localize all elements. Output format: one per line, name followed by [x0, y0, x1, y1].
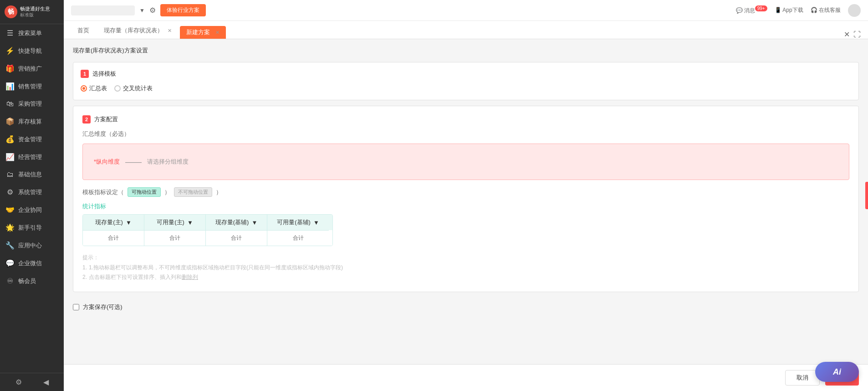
section1-header: 1 选择模板	[81, 70, 851, 78]
sidebar-item-label: 搜索菜单	[18, 29, 42, 37]
management-icon: 📈	[5, 153, 15, 161]
tab-close-inventory[interactable]: ✕	[168, 28, 172, 33]
sidebar-item-marketing[interactable]: 🎁 营销推广	[0, 60, 64, 77]
sidebar-item-member[interactable]: ♾ 畅会员	[0, 272, 64, 290]
tab-close-new[interactable]: ✕	[215, 30, 220, 36]
message-icon[interactable]: 💬 消息 99+	[736, 6, 767, 15]
sidebar-item-app-center[interactable]: 🔧 应用中心	[0, 237, 64, 254]
tab-close-window-icon[interactable]: ✕	[844, 30, 850, 39]
sidebar-item-sales[interactable]: 📊 销售管理	[0, 77, 64, 95]
sidebar-item-label: 企业协同	[18, 206, 42, 214]
template-settings-label: 模板指标设定（ 可拖动位置 ） 不可拖动位置 ）	[82, 187, 849, 197]
stats-col-4-header[interactable]: 可用量(基辅) ▼	[267, 215, 329, 230]
sidebar-item-guide[interactable]: 🌟 新手引导	[0, 219, 64, 237]
trial-industry-button[interactable]: 体验行业方案	[160, 4, 206, 16]
tips-label: 提示：	[82, 253, 849, 263]
sidebar-item-label: 库存核算	[18, 118, 42, 126]
save-label: 方案保存(可选)	[83, 303, 123, 311]
col3-dropdown-icon[interactable]: ▼	[251, 219, 257, 226]
footer-bar: 取消 查询	[64, 364, 868, 391]
sidebar-item-shortcut[interactable]: ⚡ 快捷导航	[0, 42, 64, 60]
ai-float-button[interactable]: Ai	[815, 362, 859, 382]
stats-header-row: 现存量(主) ▼ 可用量(主) ▼ 现存量(基辅) ▼ 可用量(基辅)	[83, 215, 332, 230]
radio-dot-summary	[81, 85, 87, 92]
sidebar-item-label: 新手引导	[18, 224, 42, 232]
tag-draggable: 可拖动位置	[128, 187, 161, 197]
tabbar: 首页 现存量（库存状况表） ✕ 新建方案 ✕ ✕ ⛶	[64, 21, 868, 39]
sidebar-item-inventory[interactable]: 📦 库存核算	[0, 113, 64, 130]
stats-col-3-header[interactable]: 现存量(基辅) ▼	[206, 215, 267, 230]
inventory-icon: 📦	[5, 117, 15, 126]
template-settings: 模板指标设定（ 可拖动位置 ） 不可拖动位置 ）	[82, 187, 849, 197]
sidebar-item-system[interactable]: ⚙ 系统管理	[0, 183, 64, 201]
tip-1: 1.1.拖动标题栏可以调整布局，不可跨维度或指标区域拖动栏目字段(只能在同一维度…	[82, 263, 849, 273]
message-label: 消息	[744, 7, 755, 14]
sidebar-footer: ⚙ ◀	[0, 373, 64, 391]
sidebar-item-label: 营销推广	[18, 65, 42, 73]
tag-separator: ）	[164, 188, 170, 196]
logo-text: 畅捷通好生意	[20, 5, 50, 12]
radio-cross-table[interactable]: 交叉统计表	[114, 84, 153, 93]
tips: 提示： 1.1.拖动标题栏可以调整布局，不可跨维度或指标区域拖动栏目字段(只能在…	[82, 253, 849, 283]
col2-dropdown-icon[interactable]: ▼	[187, 219, 193, 226]
logo-sub: 标准版	[20, 12, 50, 18]
basic-info-icon: 🗂	[5, 170, 15, 179]
settings-footer-icon[interactable]: ⚙	[15, 378, 22, 386]
tab-new-scheme[interactable]: 新建方案 ✕	[180, 26, 226, 39]
sidebar-item-label: 采购管理	[18, 100, 42, 108]
dimension-required-label: 汇总维度（必选）	[82, 130, 849, 138]
stats-table: 现存量(主) ▼ 可用量(主) ▼ 现存量(基辅) ▼ 可用量(基辅)	[82, 214, 333, 246]
sidebar-item-wechat[interactable]: 💬 企业微信	[0, 254, 64, 272]
purchase-icon: 🛍	[5, 100, 15, 108]
stats-col-1-header[interactable]: 现存量(主) ▼	[83, 215, 144, 230]
section2-number: 2	[82, 115, 91, 123]
section2-header: 2 方案配置	[82, 115, 849, 123]
stats-body-row: 合计 合计 合计 合计	[83, 230, 332, 246]
dim-arrow: ——	[125, 157, 142, 167]
search-menu-icon: ☰	[5, 29, 15, 37]
sidebar-item-label: 畅会员	[18, 277, 36, 285]
topbar-search-input[interactable]	[71, 5, 135, 15]
sidebar-item-label: 资金管理	[18, 135, 42, 144]
sidebar-item-search[interactable]: ☰ 搜索菜单	[0, 24, 64, 42]
sidebar-item-label: 销售管理	[18, 82, 42, 91]
stats-section: 统计指标 现存量(主) ▼ 可用量(主) ▼ 现存量(基辅)	[82, 202, 849, 247]
radio-dot-cross	[114, 85, 121, 92]
template-radio-group: 汇总表 交叉统计表	[81, 84, 851, 93]
sidebar-item-purchase[interactable]: 🛍 采购管理	[0, 95, 64, 113]
section-config: 2 方案配置 汇总维度（必选） *纵向维度 —— 请选择分组维度 模板指标设定（…	[73, 106, 859, 292]
tab-inventory-status[interactable]: 现存量（库存状况表） ✕	[97, 23, 178, 39]
collapse-icon[interactable]: ◀	[43, 378, 49, 386]
tab-expand-icon[interactable]: ⛶	[853, 31, 861, 39]
topbar-dropdown-icon[interactable]: ▼	[139, 7, 145, 14]
online-service-link[interactable]: 🎧 在线客服	[811, 6, 841, 14]
sidebar-item-finance[interactable]: 💰 资金管理	[0, 130, 64, 148]
save-checkbox[interactable]	[73, 304, 79, 310]
topbar-gear-icon[interactable]: ⚙	[149, 6, 156, 15]
radio-summary-table[interactable]: 汇总表	[81, 84, 107, 93]
sidebar-item-basic-info[interactable]: 🗂 基础信息	[0, 166, 64, 183]
dimension-area[interactable]: *纵向维度 —— 请选择分组维度	[82, 144, 849, 180]
content-area: 现存量(库存状况表)方案设置 1 选择模板 汇总表 交叉统计表 2	[64, 39, 868, 364]
section-template: 1 选择模板 汇总表 交叉统计表	[73, 62, 859, 100]
sidebar-item-enterprise[interactable]: 🤝 企业协同	[0, 201, 64, 219]
marketing-icon: 🎁	[5, 64, 15, 73]
stats-cell-1: 合计	[83, 230, 144, 246]
tip-2: 2.点击标题栏下拉可设置排序、插入列和删除列	[82, 273, 849, 283]
sales-icon: 📊	[5, 82, 15, 91]
col1-dropdown-icon[interactable]: ▼	[126, 219, 132, 226]
sidebar-item-label: 经营管理	[18, 153, 42, 161]
right-scroll-handle[interactable]	[865, 182, 868, 209]
user-avatar[interactable]	[848, 4, 861, 17]
dim-placeholder: 请选择分组维度	[147, 158, 189, 166]
stats-col-2-header[interactable]: 可用量(主) ▼	[144, 215, 206, 230]
section2-title: 方案配置	[94, 115, 118, 123]
app-download-link[interactable]: 📱 App下载	[775, 6, 803, 14]
stats-cell-3: 合计	[206, 230, 267, 246]
sidebar-item-label: 快捷导航	[18, 47, 42, 55]
cancel-button[interactable]: 取消	[785, 370, 820, 386]
finance-icon: 💰	[5, 135, 15, 144]
col4-dropdown-icon[interactable]: ▼	[313, 219, 319, 226]
tab-home[interactable]: 首页	[71, 23, 96, 39]
sidebar-item-management[interactable]: 📈 经营管理	[0, 148, 64, 166]
